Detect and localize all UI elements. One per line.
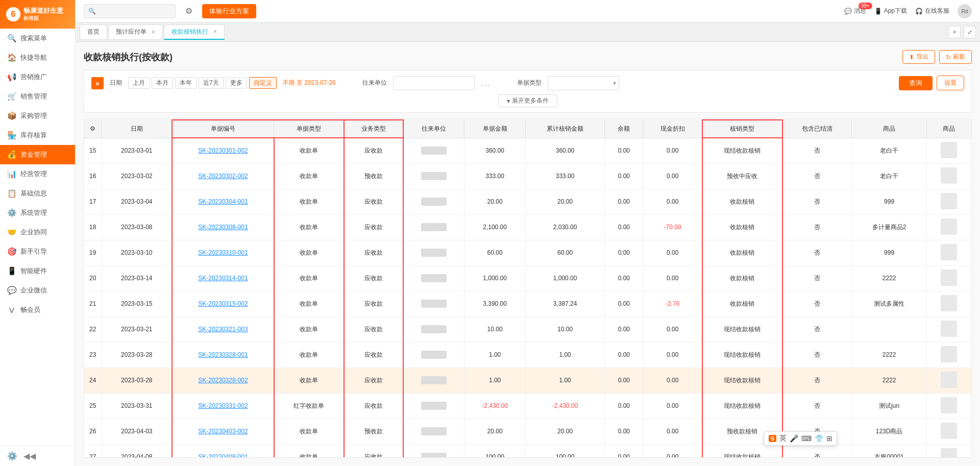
sidebar-label-shortcut: 快捷导航 <box>20 53 47 62</box>
tab-prepay[interactable]: 预计应付单 × <box>108 24 163 40</box>
sidebar-label-inventory: 库存核算 <box>20 131 47 140</box>
cell-goods: 老白干 <box>852 138 926 163</box>
settings-button[interactable]: 设置 <box>937 76 964 90</box>
message-button[interactable]: 💬 消息 99+ <box>844 7 866 15</box>
docno-link[interactable]: SK-20230328-002 <box>198 377 248 384</box>
ime-keyboard-icon[interactable]: ⌨ <box>801 434 812 443</box>
page-actions: ⬆ 导出 ↻ 刷新 <box>902 50 972 64</box>
docno-link[interactable]: SK-20230408-001 <box>198 453 248 458</box>
refresh-button[interactable]: ↻ 刷新 <box>939 50 972 64</box>
service-button[interactable]: 🎧 在线客服 <box>915 7 949 15</box>
date-custom-button[interactable]: 自定义 <box>249 77 277 89</box>
ime-english-icon[interactable]: 英 <box>779 434 787 443</box>
topbar-search-box[interactable]: 🔍 <box>84 4 176 18</box>
app-download-button[interactable]: 📱 App下载 <box>874 7 907 15</box>
table-row: 22 2023-03-21 SK-20230321-003 收款单 应收款 ██… <box>84 316 971 342</box>
sidebar-label-search: 搜索菜单 <box>20 34 47 43</box>
sidebar-item-wechat[interactable]: 💬企业微信 <box>0 281 75 300</box>
table-row: 26 2023-04-03 SK-20230403-002 收款单 预收款 ██… <box>84 419 971 444</box>
docno-link[interactable]: SK-20230308-001 <box>198 224 248 231</box>
headset-icon: 🎧 <box>915 8 923 15</box>
sidebar-item-system[interactable]: ⚙️系统管理 <box>0 203 75 223</box>
tab-close-btn[interactable]: × <box>948 26 961 38</box>
docno-link[interactable]: SK-20230403-002 <box>198 428 248 435</box>
sidebar-item-inventory[interactable]: 🏪库存核算 <box>0 126 75 145</box>
date-this-month[interactable]: 本月 <box>152 77 173 89</box>
cell-goods: 多计量商品2 <box>852 214 926 240</box>
cell-partner: ████ <box>403 419 464 444</box>
tab-expand-btn[interactable]: ⤢ <box>964 26 976 38</box>
cell-verifytype: 收款核销 <box>702 240 782 265</box>
sidebar-item-member[interactable]: V畅会员 <box>0 300 75 320</box>
tab-prepay-close[interactable]: × <box>152 29 155 36</box>
tab-receipt-close[interactable]: × <box>213 28 217 35</box>
docno-link[interactable]: SK-20230302-002 <box>198 173 248 180</box>
ime-shirt-icon[interactable]: 👕 <box>815 434 823 443</box>
sidebar-item-search[interactable]: 🔍搜索菜单 <box>0 29 75 48</box>
filter-expand-button[interactable]: » <box>91 77 104 89</box>
cell-includeclosed: 否 <box>782 240 852 265</box>
col-header-gear[interactable]: ⚙ <box>84 120 102 138</box>
cell-biztype: 应收款 <box>344 367 404 393</box>
cell-biztype: 应收款 <box>344 316 404 342</box>
cell-partner: ████ <box>403 138 464 163</box>
cell-docno: SK-20230321-003 <box>172 316 274 342</box>
settings-gear-icon[interactable]: ⚙ <box>182 4 196 18</box>
sidebar-item-purchase[interactable]: 📦采购管理 <box>0 106 75 126</box>
cell-includeclosed: 否 <box>782 291 852 316</box>
docno-link[interactable]: SK-20230301-002 <box>198 147 248 154</box>
cell-includeclosed: 否 <box>782 393 852 419</box>
sidebar-item-guide[interactable]: 🎯新手引导 <box>0 242 75 261</box>
query-button[interactable]: 查询 <box>899 76 933 90</box>
docno-link[interactable]: SK-20230310-001 <box>198 249 248 256</box>
cell-docno: SK-20230308-001 <box>172 214 274 240</box>
sidebar-item-basic[interactable]: 📋基础信息 <box>0 184 75 203</box>
sidebar-item-cooperation[interactable]: 🤝企业协同 <box>0 223 75 242</box>
cell-balance: 0.00 <box>605 367 643 393</box>
cell-verifytype: 现结收款核销 <box>702 138 782 163</box>
ime-mic-icon[interactable]: 🎤 <box>790 434 798 443</box>
collapse-icon[interactable]: ◀◀ <box>23 451 36 461</box>
docno-link[interactable]: SK-20230315-002 <box>198 300 248 307</box>
tab-receipt[interactable]: 收款核销执行 × <box>164 24 225 40</box>
partner-input[interactable] <box>393 76 475 90</box>
sidebar-item-hardware[interactable]: 📱智能硬件 <box>0 261 75 281</box>
cell-amount: 60.00 <box>464 240 526 265</box>
cell-date: 2023-03-14 <box>102 265 172 291</box>
docno-link[interactable]: SK-20230304-001 <box>198 198 248 205</box>
expand-label: 展开更多条件 <box>512 96 549 105</box>
cell-cashdisc: 0.00 <box>643 393 702 419</box>
cell-date: 2023-03-08 <box>102 214 172 240</box>
ime-grid-icon[interactable]: ⊞ <box>826 434 832 443</box>
cell-balance: 0.00 <box>605 189 643 214</box>
sidebar-label-marketing: 营销推广 <box>20 72 47 82</box>
doctype-select[interactable]: 收款单 红字收款单 <box>548 76 619 90</box>
solution-button[interactable]: 体验行业方案 <box>202 4 256 18</box>
date-this-year[interactable]: 本年 <box>175 77 197 89</box>
sidebar-item-operations[interactable]: 📊经营管理 <box>0 164 75 184</box>
cell-balance: 0.00 <box>605 240 643 265</box>
cell-cashdisc: 0.00 <box>643 240 702 265</box>
date-7days[interactable]: 近7天 <box>199 77 224 89</box>
cell-cashdisc: 0.00 <box>643 138 702 163</box>
expand-more-button[interactable]: ▾ 展开更多条件 <box>498 94 557 107</box>
date-last-month[interactable]: 上月 <box>128 77 150 89</box>
docno-link[interactable]: SK-20230328-001 <box>198 351 248 358</box>
docno-link[interactable]: SK-20230331-002 <box>198 402 248 409</box>
sidebar-item-shortcut[interactable]: 🏠快捷导航 <box>0 48 75 67</box>
cell-date: 2023-03-28 <box>102 342 172 367</box>
docno-link[interactable]: SK-20230314-001 <box>198 275 248 282</box>
cell-doctype: 收款单 <box>274 265 344 291</box>
sidebar-label-sales: 销售管理 <box>20 92 47 101</box>
date-more[interactable]: 更多 <box>226 77 247 89</box>
settings-footer-icon[interactable]: ⚙️ <box>7 451 17 461</box>
docno-link[interactable]: SK-20230321-003 <box>198 326 248 333</box>
sidebar-item-finance[interactable]: 💰资金管理 <box>0 145 75 164</box>
sidebar-item-sales[interactable]: 🛒销售管理 <box>0 87 75 106</box>
user-avatar[interactable]: Rit <box>958 4 972 18</box>
export-button[interactable]: ⬆ 导出 <box>902 50 935 64</box>
sidebar-item-marketing[interactable]: 📢营销推广 <box>0 67 75 87</box>
col-header-partner: 往来单位 <box>403 120 464 138</box>
sidebar-label-cooperation: 企业协同 <box>20 228 47 237</box>
tab-home[interactable]: 首页 <box>80 24 107 40</box>
